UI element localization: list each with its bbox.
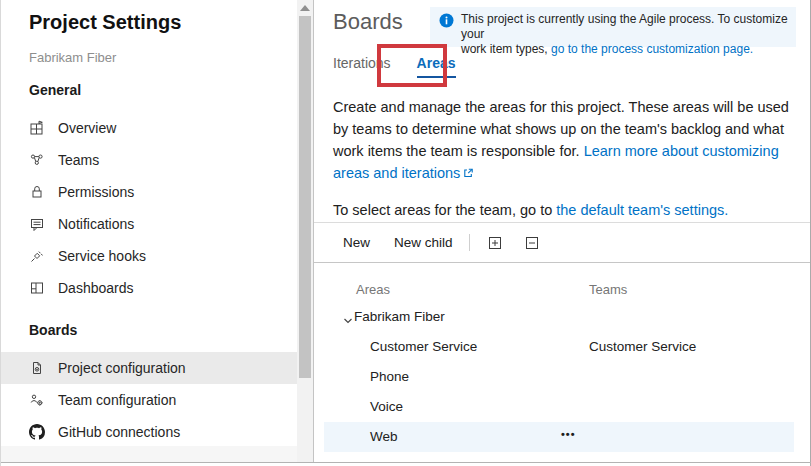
github-icon [29,424,45,440]
column-header-teams: Teams [589,282,627,297]
sidebar-item-label: Overview [58,120,116,136]
project-name: Fabrikam Fiber [29,50,116,65]
new-child-button[interactable]: New child [394,235,453,250]
scroll-up-arrow-icon[interactable] [300,5,310,11]
tree-row-web[interactable]: Web ••• [324,422,794,452]
grid-header: Areas Teams [314,282,811,302]
banner-line1: This project is currently using the Agil… [461,12,788,41]
scrollbar-thumb[interactable] [299,16,311,378]
lock-icon [29,184,45,200]
document-gear-icon [29,360,45,376]
sidebar-item-github-connections[interactable]: GitHub connections [1,416,297,448]
sidebar-item-service-hooks[interactable]: Service hooks [1,240,297,272]
new-button[interactable]: New [343,235,370,250]
areas-tree: Fabrikam Fiber Customer Service Customer… [314,302,811,452]
dashboard-grid-icon [29,280,45,296]
banner-line2-prefix: work item types, [461,42,551,56]
sidebar-item-overview[interactable]: Overview [1,112,297,144]
sidebar-item-label: Project configuration [58,360,186,376]
ellipsis-icon[interactable]: ••• [561,428,576,440]
main-content: Boards This project is currently using t… [313,0,811,462]
default-team-settings-link[interactable]: the default team's settings. [556,202,728,218]
section-heading-boards: Boards [29,322,77,338]
sidebar-bottom-strip [1,446,297,462]
area-name: Fabrikam Fiber [354,309,445,324]
sidebar-item-label: Service hooks [58,248,146,264]
sidebar-item-label: Dashboards [58,280,134,296]
sidebar-item-project-configuration[interactable]: Project configuration [1,352,297,384]
areas-toolbar: New New child [314,222,811,263]
sidebar-item-dashboards[interactable]: Dashboards [1,272,297,304]
sidebar-item-label: Permissions [58,184,134,200]
overview-icon [29,120,45,136]
plug-icon [29,248,45,264]
info-icon [439,13,454,42]
window-bottom-border [1,462,811,463]
area-name: Phone [370,369,409,384]
expand-all-icon [487,235,503,251]
teams-icon [29,152,45,168]
people-gear-icon [29,392,45,408]
sidebar-item-label: Team configuration [58,392,176,408]
areas-description: Create and manage the areas for this pro… [333,96,797,185]
main-title: Boards [333,9,403,35]
sidebar-item-notifications[interactable]: Notifications [1,208,297,240]
area-name: Web [370,429,398,444]
banner-text: This project is currently using the Agil… [461,12,788,42]
settings-sidebar: Project Settings Fabrikam Fiber General … [1,0,297,462]
area-name: Voice [370,399,403,414]
tree-row-phone[interactable]: Phone [314,362,811,392]
column-header-areas: Areas [356,282,390,297]
sidebar-item-label: Notifications [58,216,134,232]
external-link-icon [462,163,474,185]
team-name: Customer Service [589,339,696,354]
expand-all-button[interactable] [487,235,503,251]
note-text: To select areas for the team, go to [333,202,556,218]
process-customization-link[interactable]: go to the process customization page. [551,42,753,56]
tree-row-customer-service[interactable]: Customer Service Customer Service [314,332,811,362]
sidebar-item-permissions[interactable]: Permissions [1,176,297,208]
team-settings-note: To select areas for the team, go to the … [333,199,797,221]
sidebar-item-team-configuration[interactable]: Team configuration [1,384,297,416]
chevron-down-icon[interactable] [343,312,353,330]
annotation-highlight-box [377,44,447,87]
project-settings-window: Project Settings Fabrikam Fiber General … [0,0,811,466]
comment-icon [29,216,45,232]
collapse-all-button[interactable] [524,235,540,251]
toolbar-separator [469,234,470,251]
process-info-banner: This project is currently using the Agil… [430,7,796,47]
page-title: Project Settings [29,11,181,34]
tree-row-fabrikam-fiber[interactable]: Fabrikam Fiber [314,302,811,332]
tree-row-voice[interactable]: Voice [314,392,811,422]
sidebar-item-label: Teams [58,152,99,168]
sidebar-item-teams[interactable]: Teams [1,144,297,176]
sidebar-scrollbar[interactable] [297,0,313,462]
area-name: Customer Service [370,339,477,354]
collapse-all-icon [524,235,540,251]
sidebar-item-label: GitHub connections [58,424,180,440]
section-heading-general: General [29,82,81,98]
